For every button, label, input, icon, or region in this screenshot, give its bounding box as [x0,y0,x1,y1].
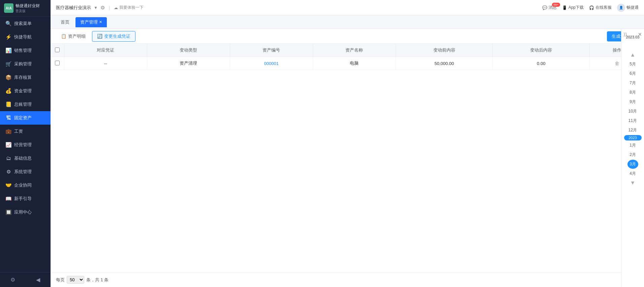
sidebar-icon-7: 🏗 [5,115,11,121]
nav-tab-1[interactable]: 资产管理✕ [75,17,107,27]
month-item-6月[interactable]: 6月 [624,69,642,78]
month-item-2023-3月[interactable]: 3月 [627,160,638,169]
side-panel-expand-icon[interactable]: ⟩⟩ [623,32,627,37]
sidebar-item-新手引导[interactable]: 📖新手引导 [0,192,51,205]
app-download-btn[interactable]: 📱 App下载 [562,5,584,10]
delete-row-0[interactable]: 🗑 [615,61,619,66]
col-after: 变动后内容 [493,44,590,57]
month-item-7月[interactable]: 7月 [624,78,642,88]
sidebar-label-0: 搜索菜单 [14,21,32,27]
sidebar-item-销售管理[interactable]: 📊销售管理 [0,44,51,57]
sidebar-icon-4: 📦 [5,74,11,81]
month-item-2023-1月[interactable]: 1月 [624,141,642,150]
sidebar-item-资金管理[interactable]: 💰资金管理 [0,84,51,98]
sidebar-label-4: 库存核算 [14,74,32,81]
sidebar-icon-0: 🔍 [5,21,11,27]
month-item-2023-2月[interactable]: 2月 [624,150,642,159]
sidebar-label-12: 企业协同 [14,182,32,188]
app-name: 畅捷通好业财 [16,3,40,9]
month-item-5月[interactable]: 5月 [624,60,642,69]
notification-icon: 💬 [542,5,547,10]
row-before-0: 50,000.00 [396,57,493,70]
username-label: 畅捷通 [626,5,639,10]
nav-tab-0[interactable]: 首页 [56,17,74,27]
sidebar-icon-2: 📊 [5,47,11,54]
sidebar-icon-3: 🛒 [5,61,11,67]
sidebar-icon-14: 🔲 [5,209,11,215]
sub-tabs-left: 📋 资产明细 🔄 变更生成凭证 [56,31,135,42]
month-item-9月[interactable]: 9月 [624,97,642,106]
sidebar-label-13: 新手引导 [14,196,32,202]
headset-icon: 🎧 [589,5,594,10]
sidebar-icon-1: ⚡ [5,34,11,40]
company-dropdown-icon[interactable]: ▼ [94,5,98,10]
row-checkbox-cell-0 [51,57,64,70]
col-asset-name: 资产名称 [313,44,396,57]
table-footer: 每页 50 100 条，共 1 条 [51,272,644,287]
year-badge-2023[interactable]: 2023 [624,135,642,140]
sidebar-item-经营管理[interactable]: 📈经营管理 [0,138,51,152]
cloud-icon: ☁ [114,5,118,10]
customer-service-label: 在线客服 [595,5,612,10]
sidebar-icon-12: 🤝 [5,182,11,188]
experience-btn[interactable]: ☁ 我要体验一下 [114,5,144,10]
row-voucher-0: -- [64,57,147,70]
phone-icon: 📱 [562,5,567,10]
notifications-btn[interactable]: 💬 消息 99+ [542,5,557,10]
sidebar-item-总账管理[interactable]: 📒总账管理 [0,98,51,111]
asset-detail-icon: 📋 [61,34,66,39]
avatar: 👤 [617,4,625,12]
month-nav-up[interactable]: ▲ [629,51,637,59]
company-title: 医疗器械行业演示 [56,5,91,11]
sidebar-icon-9: 📈 [5,142,11,148]
sidebar-scroll: 🔍搜索菜单⚡快捷导航📊销售管理🛒采购管理📦库存核算💰资金管理📒总账管理🏗固定资产… [0,17,51,272]
row-checkbox-0[interactable] [55,61,60,65]
select-all-checkbox[interactable] [55,47,60,52]
sidebar-label-2: 销售管理 [14,47,32,54]
month-nav-down[interactable]: ▼ [629,179,637,187]
month-item-11月[interactable]: 11月 [624,116,642,125]
sidebar-item-库存核算[interactable]: 📦库存核算 [0,71,51,84]
page-size-select[interactable]: 50 100 [67,276,84,284]
sub-tab-change-voucher-label: 变更生成凭证 [104,33,130,39]
change-voucher-table: 对应凭证 变动类型 资产编号 资产名称 变动前内容 变动后内容 操作 -- 资产… [51,44,644,70]
month-item-12月[interactable]: 12月 [624,126,642,135]
side-date-panel: ⟩⟩ 2023.03 ✕ ▲ 5月6月7月8月9月10月11月12月20231月… [621,29,644,287]
sidebar-icon-6: 📒 [5,101,11,107]
side-panel-close-icon[interactable]: ✕ [638,32,642,37]
sidebar-item-搜索菜单[interactable]: 🔍搜索菜单 [0,17,51,30]
sidebar-label-11: 系统管理 [14,169,32,175]
sidebar-item-采购管理[interactable]: 🛒采购管理 [0,57,51,71]
experience-label: 我要体验一下 [119,5,144,10]
settings-icon[interactable]: ⚙ [8,275,18,284]
sidebar-item-基础信息[interactable]: 🗂基础信息 [0,152,51,165]
sidebar-item-快捷导航[interactable]: ⚡快捷导航 [0,30,51,44]
month-item-8月[interactable]: 8月 [624,88,642,97]
table-row: -- 资产清理 000001 电脑 50,000.00 0.00 🗑 [51,57,644,70]
sidebar: AtA 畅捷通好业财 普及版 🔍搜索菜单⚡快捷导航📊销售管理🛒采购管理📦库存核算… [0,0,51,287]
topbar-gear-icon[interactable]: ⚙ [100,5,105,11]
sidebar-item-应用中心[interactable]: 🔲应用中心 [0,205,51,219]
col-asset-code: 资产编号 [230,44,313,57]
sub-tab-asset-detail[interactable]: 📋 资产明细 [56,31,91,42]
sub-tabs-bar: 📋 资产明细 🔄 变更生成凭证 生成凭证 ▼ [51,29,644,44]
sidebar-item-固定资产[interactable]: 🏗固定资产 [0,111,51,125]
customer-service-btn[interactable]: 🎧 在线客服 [589,5,612,10]
total-label: 条，共 1 条 [86,277,109,283]
sidebar-item-企业协同[interactable]: 🤝企业协同 [0,179,51,192]
month-item-10月[interactable]: 10月 [624,107,642,116]
nav-tab-label-0: 首页 [61,19,69,25]
sidebar-label-3: 采购管理 [14,61,32,67]
user-menu[interactable]: 👤 畅捷通 [617,4,639,12]
sidebar-item-工资[interactable]: 💼工资 [0,125,51,138]
nav-tab-close-1[interactable]: ✕ [99,20,102,24]
logo-text: 畅捷通好业财 普及版 [16,3,40,13]
collapse-icon[interactable]: ◀ [33,275,43,284]
sidebar-label-14: 应用中心 [14,209,32,215]
sidebar-icon-11: ⚙ [5,169,11,175]
sidebar-item-系统管理[interactable]: ⚙系统管理 [0,165,51,179]
change-voucher-icon: 🔄 [97,34,102,39]
sub-tab-change-voucher[interactable]: 🔄 变更生成凭证 [92,31,135,42]
col-before: 变动前内容 [396,44,493,57]
month-item-2023-4月[interactable]: 4月 [624,169,642,178]
